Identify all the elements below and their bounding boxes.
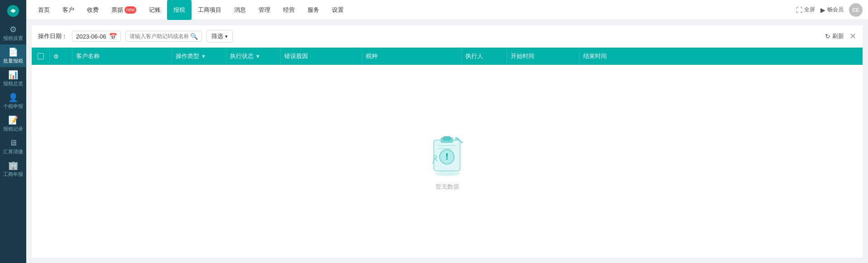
sort-icon-exec-status: ▼ — [255, 54, 260, 59]
baoshui-jilu-icon: 📝 — [8, 116, 18, 124]
sort-icon-operation-type: ▼ — [201, 54, 206, 59]
member-icon: ▶ — [820, 6, 825, 14]
avatar[interactable]: CE — [849, 3, 863, 17]
nav-fuwu[interactable]: 服务 — [301, 0, 326, 20]
nav-xiaoxi[interactable]: 消息 — [228, 0, 252, 20]
calendar-icon: 📅 — [109, 33, 117, 40]
svg-text:!: ! — [445, 151, 448, 161]
th-customer-name: 客户名称 — [72, 48, 172, 65]
svg-point-1 — [435, 171, 460, 176]
piliang-baoshui-icon: 📄 — [8, 48, 18, 56]
data-table: ⚙ 客户名称 操作类型 ▼ 执行状态 ▼ — [32, 48, 863, 258]
nav-guanli[interactable]: 管理 — [252, 0, 277, 20]
table-header: ⚙ 客户名称 操作类型 ▼ 执行状态 ▼ — [32, 48, 863, 65]
select-all-checkbox[interactable] — [38, 53, 44, 59]
date-value: 2023-06-06 — [76, 33, 106, 40]
th-operation-type[interactable]: 操作类型 ▼ — [172, 48, 226, 65]
nav-customer[interactable]: 客户 — [56, 0, 81, 20]
refresh-icon: ↻ — [825, 33, 830, 40]
settings-icon: ⚙ — [53, 53, 59, 60]
nav-jizhang[interactable]: 记账 — [143, 0, 167, 20]
nav-shoufei[interactable]: 收费 — [81, 0, 105, 20]
th-exec-status[interactable]: 执行状态 ▼ — [226, 48, 281, 65]
sidebar-item-baoshui-zonlan[interactable]: 📊 报税总览 — [0, 67, 26, 90]
th-checkbox[interactable] — [32, 48, 50, 65]
filter-label: 筛选 — [211, 32, 223, 40]
piao-badge: new — [125, 6, 136, 14]
search-box: 🔍 — [125, 31, 202, 42]
date-label: 操作日期： — [38, 32, 67, 40]
th-executor: 执行人 — [462, 48, 507, 65]
top-navigation: 首页 客户 收费 票据 new 记账 报税 工商项目 消息 — [26, 0, 868, 20]
nav-home[interactable]: 首页 — [32, 0, 56, 20]
th-end-time: 结束时间 — [580, 48, 643, 65]
huisuan-jiaona-icon: 🖥 — [9, 139, 17, 147]
nav-gongshang[interactable]: 工商项目 — [192, 0, 228, 20]
main-content: 首页 客户 收费 票据 new 记账 报税 工商项目 消息 — [26, 0, 868, 263]
th-settings: ⚙ — [50, 48, 72, 65]
gongshang-nianbao-icon: 🏢 — [8, 161, 18, 170]
baoshui-zonlan-icon: 📊 — [8, 71, 18, 79]
page-body: 操作日期： 2023-06-06 📅 🔍 筛选 ▾ — [26, 20, 868, 263]
empty-text: 暂无数据 — [436, 183, 459, 191]
empty-state: ! — [427, 132, 468, 191]
toolbar: 操作日期： 2023-06-06 📅 🔍 筛选 ▾ — [32, 25, 863, 48]
sidebar-item-geshuishenbao[interactable]: 👤 个税申报 — [0, 90, 26, 112]
search-input[interactable] — [129, 33, 188, 39]
date-picker[interactable]: 2023-06-06 📅 — [72, 31, 121, 42]
sidebar-item-baoshui-shezhi[interactable]: ⚙ 报税设置 — [0, 22, 26, 44]
fullscreen-icon: ⛶ — [796, 6, 802, 14]
sidebar-item-piliang-baoshui[interactable]: 📄 批量报税 — [0, 44, 26, 67]
svg-rect-4 — [443, 136, 451, 140]
sidebar: ⚙ 报税设置 📄 批量报税 📊 报税总览 👤 个税申报 📝 报税记录 🖥 汇算清… — [0, 0, 26, 263]
topnav-right: ⛶ 全屏 ▶ 畅会员 CE — [796, 3, 863, 17]
nav-items: 首页 客户 收费 票据 new 记账 报税 工商项目 消息 — [32, 0, 796, 20]
baoshui-shezhi-icon: ⚙ — [10, 25, 17, 34]
app-logo[interactable] — [0, 0, 26, 22]
geshuishenbao-icon: 👤 — [8, 93, 18, 102]
filter-button[interactable]: 筛选 ▾ — [206, 30, 233, 43]
member-button[interactable]: ▶ 畅会员 — [820, 6, 844, 14]
close-button[interactable]: ✕ — [849, 32, 856, 40]
nav-baoshui[interactable]: 报税 — [167, 0, 192, 20]
th-start-time: 开始时间 — [507, 48, 580, 65]
empty-illustration: ! — [427, 132, 468, 177]
refresh-button[interactable]: ↻ 刷新 — [825, 32, 844, 40]
content-area: 操作日期： 2023-06-06 📅 🔍 筛选 ▾ — [26, 20, 868, 263]
toolbar-right: ↻ 刷新 ✕ — [825, 32, 856, 40]
sidebar-item-gongshang-nianbao[interactable]: 🏢 工商年报 — [0, 158, 26, 180]
table-body: ! — [32, 65, 863, 258]
chevron-down-icon: ▾ — [225, 34, 228, 39]
nav-piao[interactable]: 票据 new — [105, 0, 143, 20]
sidebar-item-baoshui-jilu[interactable]: 📝 报税记录 — [0, 112, 26, 135]
sidebar-item-huisuan-jiaona[interactable]: 🖥 汇算清缴 — [0, 135, 26, 158]
nav-jingying[interactable]: 经营 — [277, 0, 301, 20]
th-error-reason: 错误股因 — [281, 48, 362, 65]
fullscreen-button[interactable]: ⛶ 全屏 — [796, 6, 815, 14]
search-icon[interactable]: 🔍 — [190, 33, 198, 40]
table-wrapper: 操作日期： 2023-06-06 📅 🔍 筛选 ▾ — [32, 25, 863, 258]
th-tax-type: 税种 — [362, 48, 462, 65]
nav-shezhi[interactable]: 设置 — [326, 0, 350, 20]
